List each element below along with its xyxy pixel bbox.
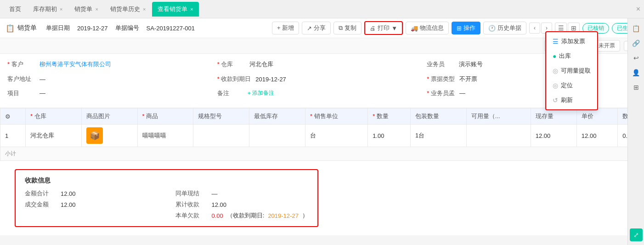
cumulative-value: 12.00 xyxy=(211,201,226,208)
tab-sales-history[interactable]: 销货单历史 × xyxy=(105,2,151,17)
customer-label: 客户 xyxy=(7,60,35,68)
tab-view-sales[interactable]: 查看销货单 × xyxy=(152,2,198,17)
remark-label: 备注 xyxy=(217,89,245,97)
settlement-item: 同单现结 — xyxy=(175,189,308,198)
dropdown-locate[interactable]: ◎ 定位 xyxy=(546,78,597,93)
row-spec xyxy=(193,125,249,147)
summary-title: 收款信息 xyxy=(25,177,308,185)
subtotal-label: 小计 xyxy=(0,147,644,161)
col-spec: 规格型号 xyxy=(193,108,249,125)
new-button[interactable]: + 新增 xyxy=(272,22,299,34)
col-image: 商品图片 xyxy=(81,108,137,125)
summary-container: 收款信息 金额合计 12.00 同单现结 — 成交金额 12.00 累计收款 1… xyxy=(0,161,644,235)
available-qty-label: 可用量提取 xyxy=(561,67,591,75)
dropdown-outbound[interactable]: ● 出库 xyxy=(546,49,597,63)
history-button[interactable]: 🕐 历史单据 xyxy=(483,22,526,34)
add-icon: + xyxy=(248,90,251,97)
due-date-field: 收款到期日 2019-12-27 xyxy=(217,75,427,84)
ticket-label: 票据类型 xyxy=(427,75,455,83)
dropdown-menu: ☰ 添加发票 ● 出库 ◎ 可用量提取 ◎ 定位 ↺ 刷新 xyxy=(545,31,598,110)
warehouse-label: 仓库 xyxy=(217,60,245,68)
transaction-item: 成交金额 12.00 xyxy=(25,200,157,209)
add-invoice-label: 添加发票 xyxy=(561,37,585,46)
settlement-value: — xyxy=(211,190,217,197)
col-available: 可用量（... xyxy=(466,108,531,125)
col-sales-unit: 销售单位 xyxy=(305,108,367,125)
doc-type-icon: 📋 xyxy=(6,24,15,33)
print-button[interactable]: 🖨 打印 ▼ xyxy=(364,21,403,35)
copy-icon: ⧉ xyxy=(339,24,343,32)
tab-close-history[interactable]: × xyxy=(143,6,146,12)
col-warehouse: 仓库 xyxy=(26,108,82,125)
tab-bar: 首页 库存期初 × 销货单 × 销货单历史 × 查看销货单 × × xyxy=(0,0,644,18)
staff2-label: 业务员孟 xyxy=(427,89,455,97)
doc-number-value: SA-20191227-001 xyxy=(147,25,195,32)
sidebar-icon-expand[interactable]: ⤢ xyxy=(630,228,643,235)
row-min-stock xyxy=(249,125,305,147)
row-unit-price: 12.00 xyxy=(576,125,617,147)
staff-value: 演示账号 xyxy=(457,59,485,69)
balance-value: 0.00 xyxy=(211,212,223,219)
balance-note-end: ） xyxy=(302,211,308,220)
sidebar-icon-grid[interactable]: ⊞ xyxy=(630,81,643,94)
table-row: 1 河北仓库 📦 嘻嘻嘻嘻 台 1.00 1台 12.00 12.00 0. xyxy=(0,125,644,147)
row-no: 1 xyxy=(0,125,26,147)
outbound-icon: ● xyxy=(553,52,556,60)
logistics-button[interactable]: 🚚 物流信息 xyxy=(406,22,449,34)
doc-info: 单据日期 2019-12-27 单据编号 SA-20191227-001 xyxy=(46,24,195,32)
cumulative-item: 累计收款 12.00 xyxy=(175,200,308,209)
sidebar-icon-doc[interactable]: 📋 xyxy=(630,22,643,35)
share-button[interactable]: ↗ 分享 xyxy=(302,22,331,34)
tab-close-inventory[interactable]: × xyxy=(60,6,62,12)
form-row-3: 项目 — 备注 + 添加备注 业务员孟 — xyxy=(7,89,637,97)
sidebar-icon-user[interactable]: 👤 xyxy=(630,66,643,79)
share-icon: ↗ xyxy=(307,25,312,32)
address-label: 客户地址 xyxy=(7,75,35,83)
locate-label: 定位 xyxy=(561,81,573,90)
logistics-icon: 🚚 xyxy=(411,25,418,32)
customer-value[interactable]: 柳州粤港平安气体有限公司 xyxy=(38,59,113,69)
doc-date-value: 2019-12-27 xyxy=(77,25,108,32)
balance-note: （收款到期日: xyxy=(227,211,265,220)
tab-close-sales[interactable]: × xyxy=(95,6,98,12)
tab-close-view-sales[interactable]: × xyxy=(190,6,193,12)
copy-button[interactable]: ⧉ 复制 xyxy=(333,22,362,34)
prev-arrow[interactable]: ‹ xyxy=(529,23,540,34)
row-product: 嘻嘻嘻嘻 xyxy=(137,125,193,147)
project-field: 项目 — xyxy=(7,89,217,97)
staff2-field: 业务员孟 — xyxy=(427,89,637,97)
tab-home[interactable]: 首页 xyxy=(4,2,27,17)
tab-bar-close-button[interactable]: × xyxy=(636,5,640,13)
doc-date-label: 单据日期 xyxy=(46,24,70,32)
due-date-value: 2019-12-27 xyxy=(254,75,288,84)
tab-sales-order[interactable]: 销货单 × xyxy=(69,2,103,17)
tab-inventory-init[interactable]: 库存期初 × xyxy=(28,2,68,17)
row-available xyxy=(466,125,531,147)
address-field: 客户地址 — xyxy=(7,75,217,84)
row-sales-unit: 台 xyxy=(305,125,367,147)
transaction-value: 12.00 xyxy=(61,201,76,208)
row-stock: 12.00 xyxy=(531,125,576,147)
subtotal-row: 小计 xyxy=(0,147,644,161)
dropdown-add-invoice[interactable]: ☰ 添加发票 xyxy=(546,34,597,49)
sidebar-icon-link[interactable]: 🔗 xyxy=(630,37,643,50)
add-invoice-icon: ☰ xyxy=(553,38,559,45)
transaction-label: 成交金额 xyxy=(25,200,57,209)
staff-field: 业务员 演示账号 xyxy=(427,59,637,69)
sidebar-icon-back[interactable]: ↩ xyxy=(630,51,643,64)
row-pack-qty: 1台 xyxy=(411,125,467,147)
dropdown-available-qty[interactable]: ◎ 可用量提取 xyxy=(546,63,597,78)
col-settings: ⚙ xyxy=(0,108,26,125)
row-warehouse: 河北仓库 xyxy=(26,125,82,147)
dropdown-refresh[interactable]: ↺ 刷新 xyxy=(546,93,597,108)
due-date-label: 收款到期日 xyxy=(217,75,251,83)
add-remark-button[interactable]: + 添加备注 xyxy=(248,89,274,97)
cumulative-label: 累计收款 xyxy=(175,200,208,209)
col-pack-qty: 包装数量 xyxy=(411,108,467,125)
gear-icon[interactable]: ⚙ xyxy=(5,113,11,120)
operate-button[interactable]: ⊞ 操作 xyxy=(452,22,480,34)
locate-icon: ◎ xyxy=(553,82,558,89)
right-sidebar: 📋 🔗 ↩ 👤 ⊞ ⤢ xyxy=(627,18,644,235)
col-qty: 数量 xyxy=(368,108,411,125)
table-header-row: ⚙ 仓库 商品图片 商品 规格型号 最低库存 销售单位 数量 包装数量 可用量（… xyxy=(0,108,644,125)
